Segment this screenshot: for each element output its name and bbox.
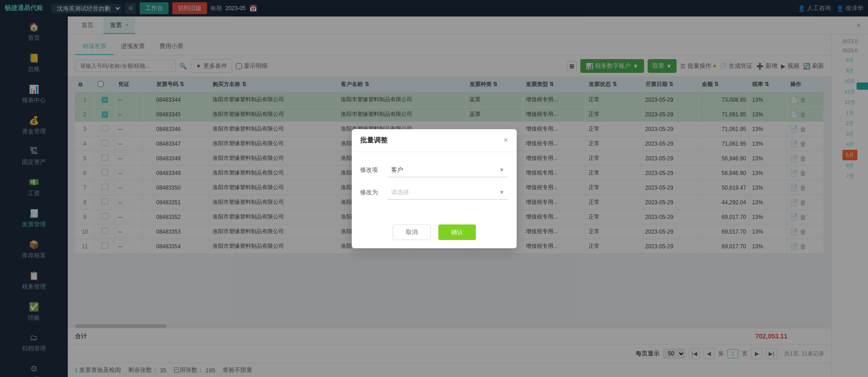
form-row-value: 修改为 请选择 ▼ [360,186,508,200]
value-select[interactable]: 请选择 ▼ [388,186,508,200]
modal-title: 批量调整 [360,136,388,145]
value-placeholder: 请选择 [391,188,409,197]
batch-adjust-modal: 批量调整 × 修改项 客户 ▼ 修改为 请选择 ▼ 取消 确认 [352,129,517,248]
modal-footer: 取消 确认 [352,219,517,248]
cancel-button[interactable]: 取消 [393,224,431,240]
form-row-field: 修改项 客户 ▼ [360,163,508,177]
confirm-button[interactable]: 确认 [438,224,476,240]
modal-header: 批量调整 × [352,129,517,152]
modal-overlay: 批量调整 × 修改项 客户 ▼ 修改为 请选择 ▼ 取消 确认 [0,0,868,377]
field-value: 客户 [391,166,403,174]
modal-close-button[interactable]: × [503,136,508,145]
field-dropdown-icon: ▼ [499,167,505,173]
value-dropdown-icon: ▼ [499,189,505,196]
value-label: 修改为 [360,188,388,197]
modal-body: 修改项 客户 ▼ 修改为 请选择 ▼ [352,152,517,219]
field-select[interactable]: 客户 ▼ [388,163,508,177]
field-label: 修改项 [360,166,388,174]
